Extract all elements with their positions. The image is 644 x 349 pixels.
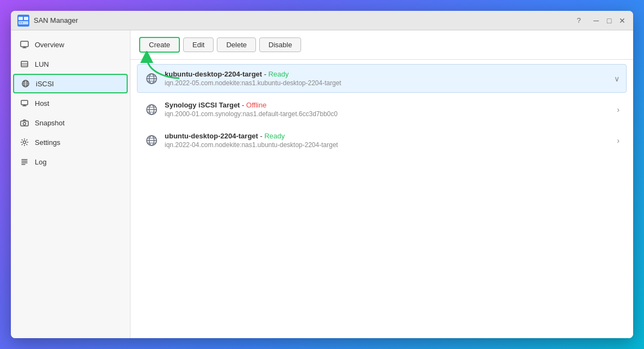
disable-button[interactable]: Disable — [259, 37, 301, 52]
window-title: SAN Manager — [34, 16, 574, 24]
camera-icon — [20, 118, 29, 128]
sidebar-item-snapshot[interactable]: Snapshot — [11, 113, 130, 132]
target-item-3[interactable]: ubuntu-desktop-2204-target - Ready iqn.2… — [137, 126, 627, 155]
titlebar: SAN Manager ? ─ □ ✕ — [11, 11, 633, 30]
sidebar-label-settings: Settings — [35, 138, 60, 147]
globe-icon-sidebar — [21, 79, 30, 88]
target-info-3: ubuntu-desktop-2204-target - Ready iqn.2… — [165, 132, 612, 149]
target-globe-icon-3 — [144, 133, 159, 148]
svg-point-5 — [22, 22, 23, 23]
delete-button[interactable]: Delete — [217, 37, 256, 52]
target-status-3: Ready — [264, 132, 285, 140]
target-item-1[interactable]: kubuntu-desktop-2204-target - Ready iqn.… — [137, 64, 627, 93]
chevron-right-icon-2 — [617, 105, 620, 114]
close-button[interactable]: ✕ — [618, 16, 627, 25]
target-status-2: Offline — [246, 101, 266, 109]
svg-point-22 — [23, 141, 26, 144]
sidebar-item-overview[interactable]: Overview — [11, 35, 130, 54]
content-area: Overview LUN — [11, 30, 633, 338]
svg-rect-9 — [21, 61, 28, 67]
target-name-3: ubuntu-desktop-2204-target - Ready — [165, 132, 612, 140]
svg-point-21 — [23, 123, 26, 125]
sidebar-item-log[interactable]: Log — [11, 152, 130, 172]
target-status-1: Ready — [268, 70, 289, 78]
chevron-down-icon-1 — [614, 74, 620, 83]
toolbar: Create Edit Delete Disable — [130, 30, 633, 60]
sidebar-item-host[interactable]: Host — [11, 93, 130, 113]
target-list: kubuntu-desktop-2204-target - Ready iqn.… — [130, 60, 633, 338]
target-info-1: kubuntu-desktop-2204-target - Ready iqn.… — [165, 70, 610, 87]
target-name-1: kubuntu-desktop-2204-target - Ready — [165, 70, 610, 78]
chevron-right-icon-3 — [617, 136, 620, 145]
help-button[interactable]: ? — [574, 16, 583, 25]
target-iqn-2: iqn.2000-01.com.synology:nas1.default-ta… — [165, 110, 612, 118]
main-window: SAN Manager ? ─ □ ✕ Overview — [11, 11, 633, 338]
sidebar-item-lun[interactable]: LUN — [11, 54, 130, 74]
svg-rect-2 — [24, 17, 28, 20]
create-button[interactable]: Create — [139, 37, 180, 53]
app-logo — [17, 15, 29, 27]
sidebar: Overview LUN — [11, 30, 130, 338]
target-globe-icon-1 — [144, 71, 159, 86]
monitor-icon — [20, 40, 29, 49]
sidebar-item-iscsi[interactable]: iSCSI — [13, 74, 128, 93]
sidebar-label-host: Host — [35, 99, 49, 107]
database-icon — [20, 59, 29, 69]
svg-point-4 — [20, 22, 21, 23]
target-globe-icon-2 — [144, 102, 159, 117]
sidebar-item-settings[interactable]: Settings — [11, 132, 130, 152]
sidebar-label-snapshot: Snapshot — [35, 119, 65, 127]
target-iqn-1: iqn.2022-05.com.nodekite:nas1.kubuntu-de… — [165, 79, 610, 87]
window-controls: ? ─ □ ✕ — [574, 16, 627, 25]
target-info-2: Synology iSCSI Target - Offline iqn.2000… — [165, 101, 612, 118]
sidebar-label-overview: Overview — [35, 41, 64, 49]
restore-button[interactable]: □ — [605, 16, 614, 25]
sidebar-label-iscsi: iSCSI — [36, 80, 54, 88]
gear-icon — [20, 137, 29, 147]
svg-rect-0 — [17, 15, 29, 27]
sidebar-label-lun: LUN — [35, 60, 49, 68]
target-item-2[interactable]: Synology iSCSI Target - Offline iqn.2000… — [137, 95, 627, 124]
svg-rect-1 — [18, 17, 23, 20]
sidebar-label-log: Log — [35, 158, 47, 166]
main-panel: Create Edit Delete Disable — [130, 30, 633, 338]
edit-button[interactable]: Edit — [183, 37, 214, 52]
target-name-2: Synology iSCSI Target - Offline — [165, 101, 612, 109]
svg-rect-17 — [21, 100, 28, 105]
target-iqn-3: iqn.2022-04.com.nodekite:nas1.ubuntu-des… — [165, 141, 612, 149]
list-icon — [20, 157, 29, 167]
host-icon — [20, 98, 29, 108]
minimize-button[interactable]: ─ — [592, 16, 601, 25]
svg-rect-6 — [21, 41, 28, 47]
